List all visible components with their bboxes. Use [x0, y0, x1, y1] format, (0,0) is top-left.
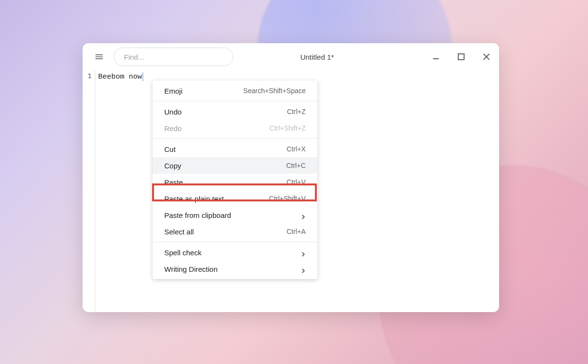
window-controls [430, 51, 492, 63]
context-menu: Emoji Search+Shift+Space Undo Ctrl+Z Red… [153, 81, 317, 279]
menu-item-emoji[interactable]: Emoji Search+Shift+Space [153, 83, 317, 99]
menu-button[interactable] [89, 47, 109, 66]
menu-item-paste-as-plain-text[interactable]: Paste as plain text Ctrl+Shift+V [153, 190, 317, 207]
menu-item-spell-check[interactable]: Spell check [153, 244, 317, 261]
text-cursor [142, 72, 143, 81]
close-icon [483, 53, 490, 61]
line-number: 1 [83, 72, 92, 81]
menu-label: Spell check [164, 248, 301, 257]
document-title: Untitled 1* [238, 53, 425, 61]
menu-label: Redo [164, 124, 269, 132]
menu-label: Select all [164, 228, 287, 236]
menu-label: Undo [164, 108, 287, 116]
menu-shortcut: Ctrl+Shift+V [269, 195, 306, 202]
maximize-icon [457, 53, 465, 61]
menu-shortcut: Ctrl+Shift+Z [269, 124, 306, 132]
close-button[interactable] [481, 51, 492, 63]
menu-label: Writing Direction [164, 265, 301, 273]
maximize-button[interactable] [455, 51, 467, 63]
menu-label: Emoji [164, 87, 243, 95]
menu-item-copy[interactable]: Copy Ctrl+C [153, 157, 317, 174]
menu-shortcut: Ctrl+V [287, 178, 306, 186]
menu-shortcut: Ctrl+Z [287, 108, 306, 116]
menu-shortcut: Ctrl+A [287, 228, 306, 235]
menu-shortcut: Ctrl+X [287, 145, 306, 153]
find-box[interactable] [114, 48, 233, 66]
menu-item-writing-direction[interactable]: Writing Direction [153, 261, 317, 277]
menu-shortcut: Ctrl+C [286, 162, 306, 169]
menu-label: Cut [164, 145, 287, 153]
menu-item-redo: Redo Ctrl+Shift+Z [153, 120, 317, 136]
menu-item-paste-from-clipboard[interactable]: Paste from clipboard [153, 207, 317, 223]
menu-label: Copy [164, 162, 286, 170]
chevron-right-icon [301, 266, 306, 271]
menu-label: Paste [164, 178, 287, 186]
menu-shortcut: Search+Shift+Space [243, 87, 306, 95]
titlebar: Untitled 1* [83, 43, 499, 70]
chevron-right-icon [301, 213, 306, 217]
menu-item-paste[interactable]: Paste Ctrl+V [153, 174, 317, 190]
hamburger-icon [94, 52, 104, 62]
editor-text: Beebom now [98, 73, 142, 81]
menu-item-select-all[interactable]: Select all Ctrl+A [153, 223, 317, 240]
minimize-icon [432, 53, 440, 61]
menu-item-cut[interactable]: Cut Ctrl+X [153, 141, 317, 157]
menu-label: Paste from clipboard [164, 211, 301, 219]
menu-label: Paste as plain text [164, 195, 269, 203]
find-input[interactable] [124, 53, 223, 61]
chevron-right-icon [301, 250, 306, 255]
svg-rect-1 [458, 54, 464, 60]
line-gutter: 1 [83, 70, 95, 312]
menu-item-undo[interactable]: Undo Ctrl+Z [153, 103, 317, 120]
minimize-button[interactable] [430, 51, 442, 63]
